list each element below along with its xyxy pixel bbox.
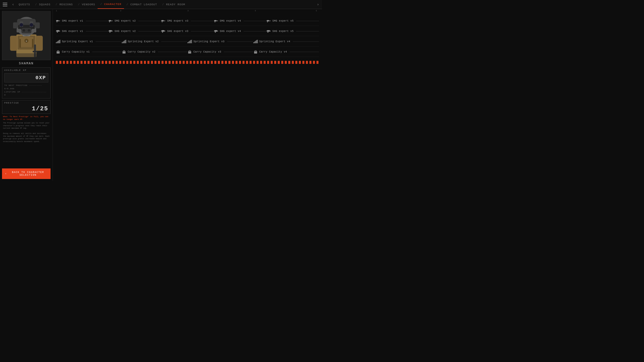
sprinting-icon-4	[253, 39, 258, 44]
nav-next-arrow[interactable]: ›	[315, 1, 321, 9]
svg-rect-35	[109, 20, 111, 21]
svg-point-13	[30, 23, 33, 27]
tab-regions[interactable]: / REGIONS	[53, 0, 75, 9]
svg-rect-74	[57, 41, 58, 43]
svg-rect-54	[112, 31, 113, 31]
shg-icon-4	[214, 29, 218, 33]
tab-combat-loadout[interactable]: / COMBAT LOADOUT	[124, 0, 160, 9]
character-name: SHAMAN	[2, 60, 51, 67]
svg-rect-89	[254, 41, 255, 43]
main-content: ◈ SHAMAN AVAILABLE XP 0XP TO NEXT PRESTI…	[0, 9, 322, 181]
svg-rect-30	[57, 21, 57, 22]
skill-smg-v3[interactable]: SMG expert v3	[161, 19, 214, 23]
svg-rect-5	[36, 36, 43, 51]
svg-rect-73	[56, 42, 57, 43]
skill-carry-v4-label: Carry Capacity v4	[259, 51, 287, 53]
xp-meta: TO NEXT PRESTIGE ————————— 0/8.000 LIFET…	[4, 84, 48, 97]
skill-shg-v5[interactable]: SHG expert v5	[266, 29, 319, 33]
svg-rect-56	[109, 30, 112, 31]
tab-vendors[interactable]: / VENDORS	[75, 0, 98, 9]
skill-carry-v3[interactable]: Carry Capacity v3	[187, 50, 253, 54]
smg-icon-4	[214, 19, 218, 23]
skill-carry-v1-label: Carry Capacity v1	[62, 51, 90, 53]
shg-icon-5	[266, 29, 271, 33]
xp-panel-title: AVAILABLE XP	[4, 69, 48, 72]
svg-rect-59	[164, 31, 165, 31]
svg-text:◈: ◈	[26, 40, 27, 42]
svg-rect-39	[162, 20, 164, 21]
carry-icon-3	[187, 50, 192, 54]
svg-rect-46	[267, 21, 268, 22]
skill-smg-v4[interactable]: SMG expert v4	[214, 19, 266, 23]
svg-rect-19	[19, 39, 21, 48]
sprinting-icon-3	[187, 39, 192, 44]
shg-icon-1	[56, 29, 60, 33]
prestige-value: 1/25	[4, 105, 48, 112]
skill-sprinting-v1[interactable]: Sprinting Expert v1	[56, 39, 122, 44]
skill-carry-v1[interactable]: Carry Capacity v1	[56, 50, 122, 54]
skill-shg-v2[interactable]: SHG expert v2	[108, 29, 161, 33]
skill-smg-v1[interactable]: SMG expert v1	[56, 19, 108, 23]
menu-button[interactable]	[1, 1, 9, 9]
smg-icon-5	[266, 19, 271, 23]
svg-point-16	[28, 29, 30, 32]
svg-rect-47	[267, 20, 269, 21]
svg-rect-67	[214, 31, 215, 32]
shg-icon-3	[161, 29, 166, 33]
svg-rect-87	[191, 40, 192, 43]
svg-rect-34	[109, 21, 110, 22]
svg-rect-86	[190, 40, 191, 43]
carry-icon-2	[122, 50, 126, 54]
skill-shg-v5-label: SHG expert v5	[272, 30, 294, 33]
sprinting-icon-1	[56, 39, 60, 44]
carry-icon-1	[56, 50, 60, 54]
svg-rect-27	[16, 53, 36, 60]
smg-icon-3	[161, 19, 166, 23]
skill-shg-v3-label: SHG expert v3	[167, 30, 188, 33]
skills-panel: 1 2 3 4 5 SMG expe	[53, 9, 322, 181]
tab-ready-room[interactable]: / READY ROOM	[160, 0, 188, 9]
svg-rect-75	[58, 41, 59, 43]
svg-rect-33	[111, 21, 113, 21]
svg-rect-49	[59, 31, 60, 31]
svg-rect-71	[267, 30, 270, 31]
svg-rect-92	[257, 40, 258, 43]
skills-row-carry: Carry Capacity v1 Carry Capacity v2	[56, 47, 319, 57]
skill-shg-v4[interactable]: SHG expert v4	[214, 29, 266, 33]
xp-value: 0XP	[7, 75, 46, 81]
skill-sprinting-v4-label: Sprinting Expert v4	[259, 40, 291, 43]
svg-rect-90	[255, 41, 256, 43]
skill-shg-v1-label: SHG expert v1	[62, 30, 83, 33]
tab-quests[interactable]: QUESTS	[16, 0, 33, 9]
character-portrait: ◈	[2, 11, 51, 60]
tab-character[interactable]: / CHARACTER	[98, 0, 124, 9]
tab-squads[interactable]: / SQUADS	[33, 0, 53, 9]
svg-rect-98	[123, 51, 125, 52]
svg-rect-61	[162, 30, 164, 31]
svg-rect-66	[215, 30, 217, 31]
xp-panel: AVAILABLE XP 0XP TO NEXT PRESTIGE ——————…	[2, 67, 51, 99]
skill-carry-v3-label: Carry Capacity v3	[193, 51, 221, 53]
skill-carry-v2[interactable]: Carry Capacity v2	[122, 50, 188, 54]
back-to-character-selection-button[interactable]: ‹ BACK TO CHARACTER SELECTION	[2, 168, 51, 179]
skills-row-shg: SHG expert v1 SHG expert v2	[56, 26, 319, 36]
svg-rect-41	[217, 21, 218, 21]
svg-point-15	[23, 29, 25, 32]
nav-prev-arrow[interactable]: ‹	[10, 1, 16, 9]
skill-smg-v5[interactable]: SMG expert v5	[266, 19, 319, 23]
svg-rect-18	[32, 29, 36, 32]
skill-carry-v4[interactable]: Carry Capacity v4	[253, 50, 319, 54]
skill-sprinting-v4[interactable]: Sprinting Expert v4	[253, 39, 319, 44]
skill-sprinting-v3[interactable]: Sprinting Expert v3	[187, 39, 253, 44]
svg-rect-83	[187, 42, 188, 43]
svg-rect-42	[215, 21, 215, 22]
skill-shg-v3[interactable]: SHG expert v3	[161, 29, 214, 33]
skill-shg-v1[interactable]: SHG expert v1	[56, 29, 108, 33]
svg-rect-26	[35, 22, 40, 28]
skill-smg-v2[interactable]: SMG expert v2	[108, 19, 161, 23]
skill-shg-v2-label: SHG expert v2	[114, 30, 136, 33]
svg-rect-50	[57, 32, 58, 33]
prestige-warning: When 'To Next Prestige' is full, you can…	[3, 115, 50, 121]
skill-sprinting-v2[interactable]: Sprinting Expert v2	[122, 39, 188, 44]
svg-rect-79	[123, 41, 124, 43]
